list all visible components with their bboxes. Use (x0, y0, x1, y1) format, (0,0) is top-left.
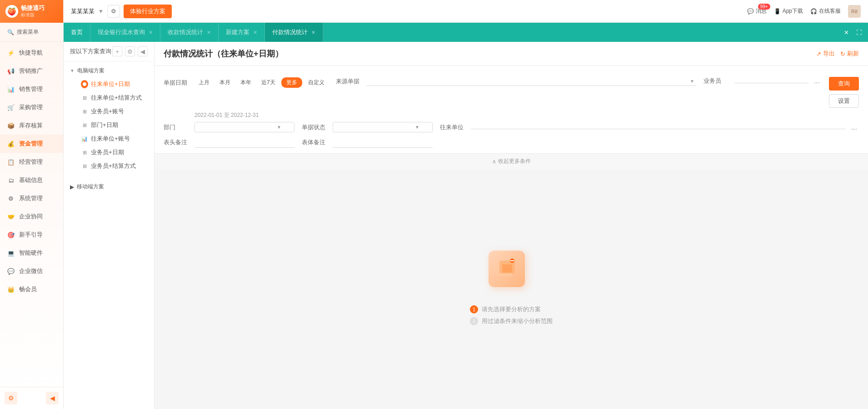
dept-select[interactable]: ▼ (195, 122, 294, 132)
add-scheme-btn[interactable]: + (112, 46, 122, 56)
tabs-close-all-btn[interactable]: ✕ (841, 27, 852, 38)
scheme-grid-icon-5: ⊞ (81, 162, 88, 170)
content-wrapper: 按以下方案查询 + ⚙ ◀ ▼ 电脑端方案 (64, 42, 868, 409)
header-note-input[interactable] (195, 137, 294, 148)
logo-text-wrap: 畅捷通巧 标准版 (21, 5, 45, 18)
scheme-item-counterpart-settle[interactable]: ⊞ 往来单位+结算方式 (77, 91, 148, 105)
filter-settings-btn[interactable]: 设置 (829, 94, 859, 108)
tab-new-scheme-close[interactable]: ✕ (253, 30, 257, 35)
counterpart-label: 往来单位 (440, 123, 467, 131)
scheme-active-icon (81, 81, 88, 88)
tab-bank[interactable]: 现金银行流水查询 ✕ (90, 23, 160, 42)
sidebar-item-purchase[interactable]: 🛒 采购管理 (0, 98, 63, 116)
empty-tips-list: 1 请先选择要分析的方案 2 用过滤条件来缩小分析范围 (470, 303, 553, 327)
sidebar-item-quicknav[interactable]: ⚡ 快捷导航 (0, 44, 63, 62)
date-btn-7days[interactable]: 近7天 (257, 77, 279, 88)
sidebar-nav: ⚡ 快捷导航 📢 营销推广 📊 销售管理 🛒 采购管理 📦 库存核算 💰 资金管… (0, 42, 63, 387)
topbar-settings-btn[interactable]: ⚙ (107, 5, 120, 18)
tab-bank-close[interactable]: ✕ (149, 30, 153, 35)
sidebar-item-marketing[interactable]: 📢 营销推广 (0, 62, 63, 80)
tip-2-text: 用过滤条件来缩小分析范围 (482, 315, 553, 327)
tab-payment[interactable]: 付款情况统计 ✕ (265, 23, 323, 42)
sidebar-item-guide[interactable]: 🎯 新手引导 (0, 226, 63, 244)
sidebar-item-sales[interactable]: 📊 销售管理 (0, 80, 63, 98)
left-panel-title: 按以下方案查询 (70, 47, 111, 56)
search-menu-btn[interactable]: 🔍 搜索菜单 (5, 26, 59, 38)
collapse-conditions-btn[interactable]: ∧ 收起更多条件 (492, 157, 531, 165)
scheme-salesman-settle-label: 业务员+结算方式 (91, 162, 136, 170)
company-name: 某某某某 (71, 7, 95, 15)
tab-new-scheme[interactable]: 新建方案 ✕ (219, 23, 265, 42)
counterpart-more-btn[interactable]: ... (849, 123, 859, 131)
scheme-item-salesman-settle[interactable]: ⊞ 业务员+结算方式 (77, 159, 148, 173)
tab-home[interactable]: 首页 (64, 23, 90, 42)
tabs-expand-btn[interactable]: ⛶ (853, 27, 864, 38)
query-button[interactable]: 查询 (829, 77, 859, 91)
scheme-counterpart-date-label: 往来单位+日期 (91, 80, 130, 88)
refresh-btn[interactable]: ↻ 刷新 (840, 50, 859, 58)
trial-btn[interactable]: 体验行业方案 (124, 5, 172, 18)
inventory-icon: 📦 (6, 121, 15, 130)
mobile-group-label: 移动端方案 (77, 183, 104, 191)
sidebar-item-wechat[interactable]: 💬 企业微信 (0, 262, 63, 280)
date-btn-custom[interactable]: 自定义 (304, 77, 329, 88)
inventory-label: 库存核算 (19, 121, 43, 130)
panel-collapse-btn[interactable]: ◀ (138, 46, 148, 56)
tip-num-2: 2 (470, 317, 478, 325)
sidebar-item-basic[interactable]: 🗂 基础信息 (0, 171, 63, 189)
quicknav-label: 快捷导航 (19, 49, 43, 57)
salesman-input[interactable] (734, 79, 808, 83)
tab-receipt[interactable]: 收款情况统计 ✕ (160, 23, 219, 42)
company-dropdown-arrow[interactable]: ▼ (98, 8, 104, 15)
message-badge: 99+ (758, 4, 770, 10)
mobile-group-title[interactable]: ▶ 移动端方案 (70, 181, 148, 192)
sidebar-item-operations[interactable]: 📋 经营管理 (0, 153, 63, 171)
tab-receipt-close[interactable]: ✕ (207, 30, 211, 35)
empty-state: 1 请先选择要分析的方案 2 用过滤条件来缩小分析范围 (155, 169, 868, 409)
source-select[interactable]: ▼ (367, 77, 696, 86)
footer-collapse-btn[interactable]: ◀ (46, 392, 59, 404)
scheme-item-salesman-account[interactable]: ⊞ 业务员+账号 (77, 105, 148, 118)
user-avatar[interactable]: Rit (848, 5, 861, 18)
sidebar-item-hardware[interactable]: 💻 智能硬件 (0, 244, 63, 262)
scheme-item-dept-date[interactable]: ⊞ 部门+日期 (77, 118, 148, 132)
scheme-grid-icon-4: ⊞ (81, 149, 88, 156)
body-note-input[interactable] (333, 137, 433, 148)
date-btn-last-month[interactable]: 上月 (195, 77, 214, 88)
tip-num-1: 1 (470, 305, 478, 313)
salesman-more-btn[interactable]: ... (812, 77, 822, 85)
export-label: 导出 (823, 50, 835, 58)
online-service-btn[interactable]: 🎧 在线客服 (810, 7, 841, 15)
source-label: 来源单据 (336, 77, 363, 86)
tab-new-scheme-label: 新建方案 (226, 28, 249, 36)
message-btn[interactable]: 💬 消息 99+ (747, 7, 767, 15)
counterpart-input[interactable] (471, 125, 846, 129)
scheme-item-counterpart-date[interactable]: 往来单位+日期 (77, 77, 148, 91)
tabs-actions: ✕ ⛶ (837, 23, 868, 42)
sidebar-item-system[interactable]: ⚙ 系统管理 (0, 189, 63, 207)
scheme-item-counterpart-account[interactable]: 📊 往来单位+账号 (77, 132, 148, 146)
sidebar-item-member[interactable]: 👑 畅会员 (0, 280, 63, 298)
export-btn[interactable]: ↗ 导出 (816, 50, 835, 58)
tab-payment-close[interactable]: ✕ (311, 30, 315, 35)
sidebar-item-capital[interactable]: 💰 资金管理 (0, 135, 63, 153)
filter-action-buttons: 查询 设置 (829, 77, 859, 108)
scheme-item-salesman-date[interactable]: ⊞ 业务员+日期 (77, 146, 148, 159)
app-download-btn[interactable]: 📱 App下载 (774, 7, 803, 15)
member-icon: 👑 (6, 285, 15, 294)
hardware-icon: 💻 (6, 248, 15, 258)
date-btn-this-month[interactable]: 本月 (215, 77, 234, 88)
doc-status-select[interactable]: ▼ (333, 122, 433, 132)
sidebar-item-inventory[interactable]: 📦 库存核算 (0, 116, 63, 135)
scheme-grid-icon-2: ⊞ (81, 108, 88, 115)
page-title: 付款情况统计（往来单位+日期） (164, 48, 283, 59)
date-btn-this-year[interactable]: 本年 (236, 77, 255, 88)
dept-filter-group: 部门 ▼ (164, 122, 294, 132)
footer-settings-btn[interactable]: ⚙ (5, 392, 17, 404)
sidebar-item-enterprise[interactable]: 🤝 企业协同 (0, 207, 63, 226)
capital-icon: 💰 (6, 139, 15, 148)
date-btn-more[interactable]: 更多 (281, 77, 302, 88)
pc-group-title[interactable]: ▼ 电脑端方案 (70, 65, 148, 76)
refresh-icon: ↻ (840, 50, 845, 57)
scheme-settings-btn[interactable]: ⚙ (125, 46, 135, 56)
